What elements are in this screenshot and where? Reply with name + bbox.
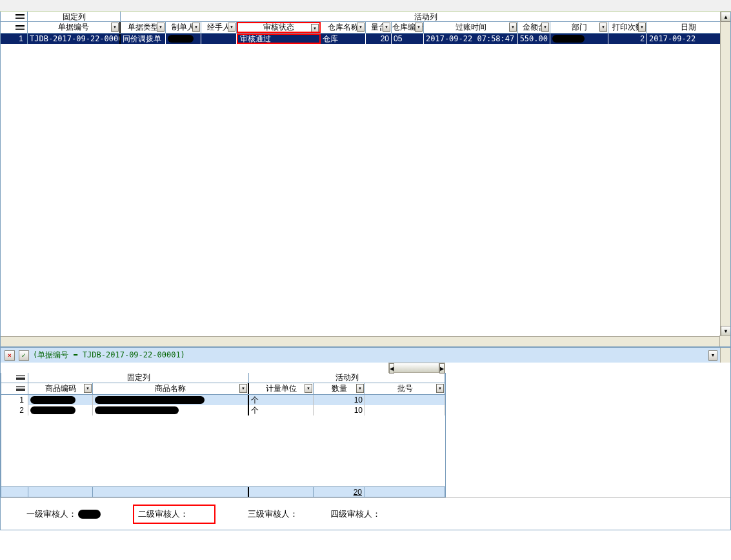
- col-amt[interactable]: 金额合▼: [518, 22, 550, 33]
- detail-h-scrollbar[interactable]: ◀ ▶: [388, 363, 445, 373]
- scroll-thumb[interactable]: [394, 363, 439, 372]
- col-time[interactable]: 过账时间▼: [424, 22, 518, 33]
- cell-qty: 10: [314, 405, 365, 415]
- cell-date: 2017-09-22: [647, 34, 730, 44]
- summary-row: 20: [1, 486, 445, 497]
- col-maker[interactable]: 制单人▼: [166, 22, 201, 33]
- table-row[interactable]: 1 个 10: [1, 395, 445, 405]
- col-dept[interactable]: 部门▼: [550, 22, 608, 33]
- dropdown-icon[interactable]: ▼: [239, 384, 247, 393]
- cell-code: [28, 405, 93, 415]
- col-prn[interactable]: 打印次数▼: [608, 22, 647, 33]
- cell-time: 2017-09-22 07:58:47: [424, 34, 518, 44]
- row-handle-cols[interactable]: [1, 383, 28, 394]
- cell-whno: 05: [392, 34, 424, 44]
- dropdown-icon[interactable]: ▼: [383, 23, 390, 32]
- group-fixed: 固定列: [28, 12, 121, 21]
- filter-close-button[interactable]: ×: [5, 350, 15, 361]
- dropdown-icon[interactable]: ▼: [84, 384, 92, 393]
- scroll-left-icon[interactable]: ◀: [389, 363, 394, 374]
- col-lot[interactable]: 批号▼: [365, 383, 445, 394]
- dropdown-icon[interactable]: ▼: [311, 24, 319, 33]
- dropdown-icon[interactable]: ▼: [228, 23, 235, 32]
- col-type[interactable]: 单据类型▼: [121, 22, 166, 33]
- redacted: [30, 396, 75, 404]
- dropdown-icon[interactable]: ▼: [356, 384, 364, 393]
- scroll-down-icon[interactable]: ▼: [721, 326, 730, 336]
- row-handle-header[interactable]: [1, 373, 28, 383]
- cell-whname: 仓库: [321, 34, 366, 44]
- row-index: 2: [1, 405, 28, 415]
- cell-unit: 个: [249, 405, 314, 415]
- col-status[interactable]: 审核状态▼: [237, 22, 321, 33]
- dropdown-icon[interactable]: ▼: [436, 384, 444, 393]
- cell-name: [93, 395, 249, 405]
- cell-qty: 20: [366, 34, 392, 44]
- cell-status: 审核通过: [237, 34, 321, 44]
- filter-check-button[interactable]: ✓: [19, 350, 29, 361]
- dropdown-icon[interactable]: ▼: [357, 23, 365, 32]
- col-whno[interactable]: 仓库编号▼: [392, 22, 424, 33]
- dropdown-icon[interactable]: ▼: [415, 23, 423, 32]
- main-grid-pane: 固定列 活动列 单据编号▼ 单据类型▼ 制单人▼ 经手人▼ 审核状态▼ 仓库名称…: [1, 12, 730, 347]
- menu-bar[interactable]: [0, 0, 731, 12]
- cell-maker: [166, 34, 201, 44]
- cell-amt: 550.00: [518, 34, 550, 44]
- redacted: [168, 35, 194, 43]
- filter-bar: × ✓ (单据编号 = TJDB-2017-09-22-00001) ▼: [1, 347, 730, 363]
- cell-lot: [365, 405, 445, 415]
- redacted: [95, 406, 179, 414]
- scroll-right-icon[interactable]: ▶: [439, 363, 445, 374]
- dropdown-icon[interactable]: ▼: [192, 23, 200, 32]
- dropdown-icon[interactable]: ▼: [509, 23, 517, 32]
- redacted: [78, 510, 101, 519]
- dropdown-icon[interactable]: ▼: [541, 23, 549, 32]
- col-handler[interactable]: 经手人▼: [201, 22, 237, 33]
- table-row[interactable]: 2 个 10: [1, 405, 445, 415]
- cell-handler: [201, 34, 237, 44]
- col-qty[interactable]: 量合▼: [366, 22, 392, 33]
- redacted: [95, 396, 205, 404]
- redacted: [552, 35, 585, 43]
- scroll-up-icon[interactable]: ▲: [721, 12, 730, 22]
- col-qty[interactable]: 数量▼: [314, 383, 365, 394]
- detail-group-active: 活动列: [249, 373, 445, 383]
- redacted: [30, 406, 75, 414]
- cell-lot: [365, 395, 445, 405]
- table-row[interactable]: 1 TJDB-2017-09-22-00001 同价调拨单 审核通过 仓库 20…: [1, 34, 730, 44]
- col-date[interactable]: 日期▼: [647, 22, 730, 33]
- summary-qty: 20: [314, 487, 365, 497]
- filter-dropdown[interactable]: ▼: [708, 350, 717, 361]
- col-name[interactable]: 商品名称▼: [93, 383, 249, 394]
- filter-expression: (单据编号 = TJDB-2017-09-22-00001): [33, 350, 185, 361]
- cell-type: 同价调拨单: [121, 34, 166, 44]
- reviewer-l2: 二级审核人：: [133, 505, 215, 524]
- dropdown-icon[interactable]: ▼: [599, 23, 607, 32]
- dropdown-icon[interactable]: ▼: [638, 23, 646, 32]
- cell-prn: 2: [608, 34, 647, 44]
- v-scrollbar[interactable]: [720, 348, 730, 363]
- row-handle-cols[interactable]: [1, 22, 28, 33]
- detail-grid: ◀ ▶ 固定列 活动列 商品编码▼ 商品名称▼ 计量单位▼ 数量▼ 批号▼ 1 …: [1, 373, 446, 497]
- cell-name: [93, 405, 249, 415]
- col-unit[interactable]: 计量单位▼: [249, 383, 314, 394]
- cell-unit: 个: [249, 395, 314, 405]
- dropdown-icon[interactable]: ▼: [157, 23, 165, 32]
- reviewer-l3: 三级审核人：: [248, 508, 298, 520]
- row-index: 1: [1, 395, 28, 405]
- cell-code: [28, 395, 93, 405]
- dropdown-icon[interactable]: ▼: [111, 23, 119, 32]
- col-code[interactable]: 商品编码▼: [28, 383, 93, 394]
- dropdown-icon[interactable]: ▼: [305, 384, 312, 393]
- reviewer-l1: 一级审核人：: [26, 508, 101, 520]
- detail-group-fixed: 固定列: [28, 373, 249, 383]
- group-active: 活动列: [121, 12, 730, 21]
- row-handle-header[interactable]: [1, 12, 28, 21]
- cell-docno: TJDB-2017-09-22-00001: [28, 34, 121, 44]
- h-scrollbar[interactable]: [1, 336, 720, 346]
- reviewer-l4: 四级审核人：: [330, 508, 381, 520]
- col-docno[interactable]: 单据编号▼: [28, 22, 121, 33]
- cell-dept: [550, 34, 608, 44]
- col-whname[interactable]: 仓库名称▼: [321, 22, 366, 33]
- v-scrollbar[interactable]: ▲ ▼: [720, 12, 730, 336]
